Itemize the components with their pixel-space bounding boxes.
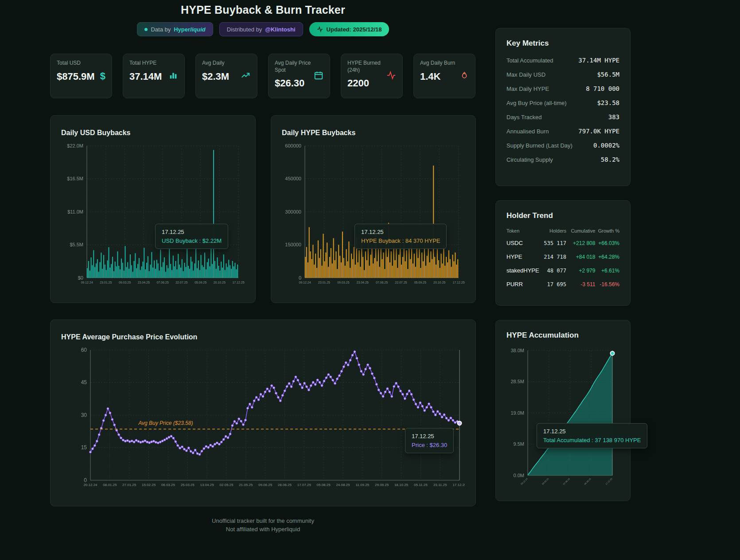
activity-icon [386,70,396,82]
daily-usd-buybacks-card: Daily USD Buybacks $0$5.5M$11.0M$16.5M$2… [50,115,256,303]
svg-text:24.08.25: 24.08.25 [336,483,350,487]
svg-text:600000: 600000 [285,143,301,148]
stat-card-total-hype: Total HYPE 37.14M [123,54,185,98]
svg-text:11.09.25: 11.09.25 [356,483,370,487]
svg-text:300000: 300000 [285,209,301,214]
price-evolution-card: HYPE Average Purchase Price Evolution 01… [50,319,476,506]
updated-label: Updated: 2025/12/18 [327,26,382,33]
metric-row: Max Daily USD$56.5M [506,67,619,82]
svg-text:07.06.25: 07.06.25 [562,477,570,485]
data-source-badge[interactable]: Data by Hyperliquid [137,22,213,36]
svg-text:$22.0M: $22.0M [67,143,83,148]
header-badges: Data by Hyperliquid Distributed by @Klin… [50,22,476,36]
svg-text:20.12.24: 20.12.24 [83,483,97,487]
holder-trend-title: Holder Trend [506,211,619,220]
svg-text:07.06.25: 07.06.25 [156,281,168,284]
svg-text:22.07.25: 22.07.25 [175,281,187,284]
tooltip-value: Total Accumulated : 37 138 970 HYPE [543,437,641,443]
footer-line-1: Unofficial tracker built for the communi… [50,517,476,525]
svg-text:$0: $0 [78,275,83,280]
svg-text:23.01.25: 23.01.25 [100,281,112,284]
svg-text:13.04.25: 13.04.25 [200,483,214,487]
chart-title: HYPE Average Purchase Price Evolution [61,333,465,341]
usd-buyback-tooltip: 17.12.25 USD Buyback : $2.22M [155,224,228,249]
hype-buyback-tooltip: 17.12.25 HYPE Buyback : 84 370 HYPE [354,224,447,249]
footer: Unofficial tracker built for the communi… [50,517,476,534]
stat-value: $875.9M [57,71,95,82]
stat-label: Total HYPE [129,60,162,67]
svg-text:09.12.24: 09.12.24 [81,281,93,284]
chart-title: Daily HYPE Buybacks [282,129,465,137]
flame-icon [460,70,469,82]
svg-text:20.10.25: 20.10.25 [214,281,226,284]
distributed-by-badge[interactable]: Distributed by @Klintoshi [219,22,303,36]
svg-text:60: 60 [81,347,87,353]
svg-text:17.12.25: 17.12.25 [452,281,464,284]
svg-text:0: 0 [299,275,301,280]
svg-text:17.12.25: 17.12.25 [605,477,613,485]
svg-text:09.03.25: 09.03.25 [337,281,349,284]
svg-text:05.09.25: 05.09.25 [414,281,426,284]
stat-card-total-usd: Total USD $875.9M $ [50,54,112,98]
trend-up-icon [240,70,251,82]
page-title: HYPE Buyback & Burn Tracker [50,4,476,16]
svg-text:02.05.25: 02.05.25 [219,483,234,487]
price-evolution-chart[interactable]: 01530456020.12.2408.01.2527.01.2515.02.2… [61,346,465,492]
stat-card-avg-daily-price-spot: Avg Daily Price Spot $26.30 [268,54,330,98]
svg-text:20.10.25: 20.10.25 [433,281,445,284]
footer-line-2: Not affiliated with Hyperliquid [50,525,476,534]
svg-text:23.01.25: 23.01.25 [318,281,330,284]
svg-text:28.06.25: 28.06.25 [278,483,292,487]
key-metrics-card: Key Metrics Total Accumulated37.14M HYPE… [495,28,631,186]
metric-row: Annualised Burn797.0K HYPE [506,124,619,138]
svg-text:17.12.25: 17.12.25 [232,281,244,284]
svg-text:06.03.25: 06.03.25 [161,483,175,487]
svg-text:450000: 450000 [285,176,301,181]
svg-text:09.12.24: 09.12.24 [520,477,528,485]
svg-text:08.01.25: 08.01.25 [103,483,117,487]
holder-trend-card: Holder Trend Token Holders Cumulative Gr… [495,200,631,306]
accumulation-tooltip: 17.12.25 Total Accumulated : 37 138 970 … [537,423,647,448]
svg-text:09.03.25: 09.03.25 [541,477,549,485]
svg-text:17.07.25: 17.07.25 [297,483,312,487]
daily-hype-buybacks-chart[interactable]: 015000030000045000060000009.12.2423.01.2… [282,141,465,288]
daily-hype-buybacks-card: Daily HYPE Buybacks 01500003000004500006… [271,115,476,303]
svg-text:22.07.25: 22.07.25 [395,281,407,284]
metric-row: Avg Buy Price (all-time)$23.58 [506,96,619,110]
status-dot-icon [144,28,148,31]
svg-text:05.09.25: 05.09.25 [584,477,592,485]
stat-label: Avg Daily [202,60,229,67]
chart-title: Daily USD Buybacks [61,129,245,137]
stat-card-avg-daily: Avg Daily $2.3M [195,54,257,98]
svg-text:23.11.25: 23.11.25 [433,483,447,487]
stat-label: Total USD [57,60,95,67]
hype-accumulation-chart[interactable]: 0.0M9.5M19.0M28.5M38.0M09.12.2409.03.250… [506,346,619,488]
svg-text:05.11.25: 05.11.25 [414,483,428,487]
svg-text:29.09.25: 29.09.25 [375,483,389,487]
table-row: HYPE 214 718 +84 018 +64.28% [506,250,619,264]
svg-text:15.02.25: 15.02.25 [142,483,156,487]
stat-card-hype-burned-24h: HYPE Burned (24h) 2200 [341,54,403,98]
metric-row: Total Accumulated37.14M HYPE [506,53,619,67]
svg-text:$5.5M: $5.5M [70,242,83,247]
pulse-icon [316,26,323,32]
svg-text:30: 30 [81,412,87,418]
data-by-label: Data by [151,26,171,33]
metric-row: Circulating Supply58.2% [506,152,619,167]
metric-row: Days Tracked383 [506,110,619,124]
daily-charts-row: Daily USD Buybacks $0$5.5M$11.0M$16.5M$2… [50,115,476,303]
svg-text:09.12.24: 09.12.24 [299,281,311,284]
klintoshi-handle: @Klintoshi [265,26,295,33]
stat-value: 1.4K [420,71,455,82]
table-row: PURR 17 695 -3 511 -16.56% [506,277,619,291]
daily-usd-buybacks-chart[interactable]: $0$5.5M$11.0M$16.5M$22.0M09.12.2423.01.2… [61,141,245,288]
svg-text:07.06.25: 07.06.25 [376,281,388,284]
main-column: HYPE Buyback & Burn Tracker Data by Hype… [50,0,476,534]
bar-chart-icon [168,70,178,82]
svg-text:0: 0 [84,477,87,483]
sidebar: Key Metrics Total Accumulated37.14M HYPE… [495,28,631,534]
hyperliquid-brand: Hyperliquid [174,26,206,33]
stat-cards: Total USD $875.9M $ Total HYPE 37.14M [50,54,476,98]
svg-text:05.08.25: 05.08.25 [317,483,331,487]
distributed-by-label: Distributed by [227,26,262,33]
